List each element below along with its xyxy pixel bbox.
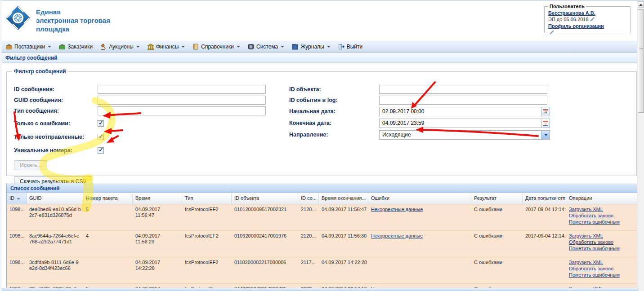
customers-icon: [58, 43, 66, 50]
message-id-label: ID сообщения:: [14, 86, 98, 93]
menu-label: Справочники: [201, 44, 234, 50]
message-type-input[interactable]: [98, 106, 266, 115]
end-date-label: Конечная дата:: [289, 120, 379, 126]
cell-time: 04.09.2017 11:56:47: [133, 204, 182, 230]
scrollbar-up-button[interactable]: [638, 1, 644, 8]
calendar-icon: [542, 120, 549, 126]
cell-id-so: 2117...: [298, 257, 319, 283]
object-id-input[interactable]: [379, 85, 547, 94]
cell-end-time: 04.09.2017 14:22:28: [319, 257, 368, 283]
chevron-down-icon: [237, 46, 240, 48]
column-header-object-id[interactable]: ID объекта: [232, 193, 298, 204]
cell-packet: 5: [83, 204, 133, 230]
error-details-link[interactable]: Некорректные данные: [371, 207, 423, 212]
menu-item-system[interactable]: Система: [247, 43, 284, 50]
column-header-type[interactable]: Тип: [182, 193, 232, 204]
cell-type: fcsProtocolEF2: [182, 257, 232, 283]
cell-attempt-date: 2017-09-04 12:14:09: [523, 231, 566, 257]
load-xml-link[interactable]: Загрузить XML: [569, 207, 636, 212]
menu-item-suppliers[interactable]: Поставщики: [5, 43, 51, 50]
column-header-guid[interactable]: GUID: [27, 193, 83, 204]
column-header-time[interactable]: Время: [133, 193, 182, 204]
cell-end-time: 04.09.2017 11:56:30: [319, 231, 368, 257]
user-name-link[interactable]: Бесстрашнова А.В.: [548, 10, 595, 16]
menu-item-customers[interactable]: Заказчики: [58, 43, 93, 50]
calendar-icon: [542, 108, 549, 115]
end-date-calendar-button[interactable]: [541, 119, 550, 128]
message-guid-input[interactable]: [98, 96, 266, 105]
errors-only-checkbox[interactable]: [98, 120, 104, 127]
column-header-attempt-date[interactable]: Дата попытки отп...: [523, 193, 566, 204]
menu-item-finance[interactable]: Финансы: [147, 43, 185, 50]
menu-item-auctions[interactable]: Аукционы: [100, 43, 140, 50]
menu-item-exit[interactable]: Выйти: [338, 43, 363, 50]
mark-error-link[interactable]: Пометить ошибочным: [569, 272, 636, 278]
chevron-down-icon: [136, 46, 140, 48]
column-header-operations[interactable]: Операции: [566, 193, 638, 204]
end-date-input[interactable]: [379, 119, 541, 128]
combo-arrow-button[interactable]: [541, 131, 550, 139]
filter-right-column: ID объекта: ID события в log: Начальная …: [289, 84, 559, 141]
cell-result: С ошибками: [471, 257, 523, 283]
edit-org-pencil-icon[interactable]: [550, 30, 555, 36]
start-date-calendar-button[interactable]: [541, 107, 550, 116]
unique-numbers-checkbox[interactable]: [98, 147, 104, 154]
grid-header: ID GUID Номер пакета Время Тип ID объект…: [7, 193, 638, 204]
scrollbar-thumb[interactable]: [638, 9, 644, 113]
org-profile-link[interactable]: Профиль организации: [548, 23, 604, 29]
reprocess-link[interactable]: Обработать заново: [569, 266, 636, 272]
header: Единая электронная торговая площадка Пол…: [2, 1, 637, 40]
direction-value: Исходящие: [380, 132, 541, 138]
load-xml-link[interactable]: Загрузить XML: [569, 260, 636, 265]
menu-item-journals[interactable]: Журналы: [291, 43, 330, 50]
bottom-bar: [2, 288, 639, 291]
menu-label: Система: [256, 44, 278, 50]
cell-result: С ошибками: [471, 231, 523, 257]
reprocess-link[interactable]: Обработать заново: [569, 239, 636, 245]
auctions-icon: [100, 43, 107, 50]
unsent-only-label: Только неотправленные:: [14, 134, 98, 140]
cell-operations: Загрузить XML Обработать заново Пометить…: [566, 204, 638, 230]
column-header-end-time[interactable]: Время окончания...: [319, 193, 368, 204]
logo-text: Единая электронная торговая площадка: [36, 8, 110, 33]
menu-label: Журналы: [300, 44, 324, 50]
log-event-id-label: ID события в log:: [289, 97, 379, 103]
errors-only-label: Только с ошибками:: [14, 120, 98, 127]
unsent-only-checkbox[interactable]: [98, 134, 104, 140]
messages-panel: Список сообщений ID GUID Номер пакета Вр…: [6, 184, 639, 291]
column-header-id-so[interactable]: ID со...: [298, 193, 319, 204]
vertical-scrollbar[interactable]: [637, 1, 644, 291]
column-header-packet[interactable]: Номер пакета: [83, 193, 133, 204]
column-header-result[interactable]: Результат: [471, 193, 523, 204]
search-button[interactable]: Искать...: [14, 160, 47, 170]
column-header-id[interactable]: ID: [7, 193, 27, 204]
error-details-link[interactable]: Некорректные данные: [371, 233, 423, 238]
exit-icon: [338, 43, 345, 50]
cell-object-id: 0101200009517002321: [232, 204, 298, 230]
system-icon: [247, 43, 255, 50]
reprocess-link[interactable]: Обработать заново: [569, 213, 636, 219]
log-event-id-input[interactable]: [379, 96, 547, 105]
load-xml-link[interactable]: Загрузить XML: [569, 233, 636, 239]
cell-object-id: 0118200003217000006: [232, 257, 298, 283]
menu-label: Заказчики: [67, 44, 93, 50]
message-id-input[interactable]: [98, 85, 266, 94]
filter-fieldset: Фильтр сообщений ID сообщения: GUID сооб…: [6, 68, 637, 176]
edit-cert-pencil-icon[interactable]: [590, 17, 595, 23]
direction-select[interactable]: Исходящие: [379, 130, 550, 140]
table-row: 1098... 3cdfda9b-8111-6d6e-9e2d-8d34f423…: [7, 257, 638, 284]
start-date-input[interactable]: [379, 107, 541, 116]
cell-attempt-date: 2017-09-04 12:14:10: [523, 204, 566, 230]
cell-object-id: 0109200002417001976: [232, 231, 298, 257]
user-panel-legend: Пользователь: [548, 4, 586, 9]
finance-icon: [147, 43, 154, 50]
user-panel: Пользователь Бесстрашнова А.В. ЭП до 05.…: [544, 4, 631, 33]
mark-error-link[interactable]: Пометить ошибочным: [569, 219, 636, 225]
menu-label: Финансы: [156, 44, 179, 50]
cell-result: С ошибками: [471, 204, 523, 230]
message-guid-label: GUID сообщения:: [14, 97, 98, 103]
menu-item-directories[interactable]: Справочники: [192, 43, 240, 50]
messages-panel-title: Список сообщений: [7, 184, 638, 193]
mark-error-link[interactable]: Пометить ошибочным: [569, 246, 636, 251]
column-header-errors[interactable]: Ошибки: [368, 193, 471, 204]
